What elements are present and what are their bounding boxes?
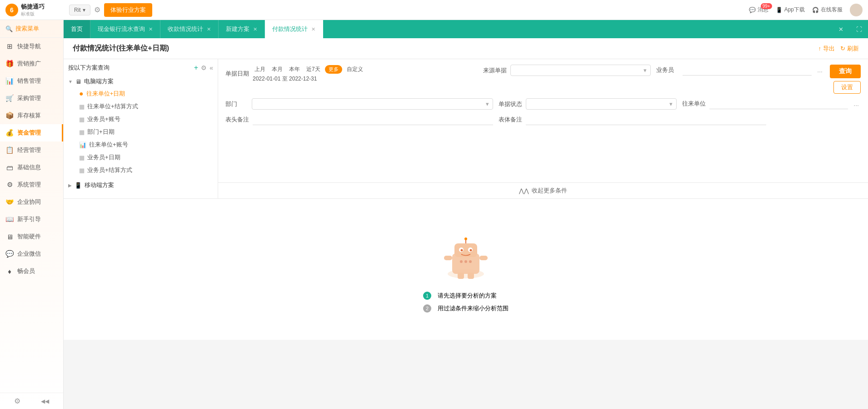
scheme-actions: + ⚙ « — [194, 64, 213, 72]
department-input[interactable]: ▾ — [252, 98, 493, 110]
tab-bank-flow-label: 现金银行流水查询 — [98, 25, 145, 33]
body-remark-input[interactable] — [526, 114, 766, 125]
empty-step-1: 1 请先选择要分析的方案 — [423, 292, 497, 300]
online-service-button[interactable]: 🎧 在线客服 — [812, 6, 843, 14]
partner-ellipsis-btn[interactable]: ... — [852, 99, 861, 108]
sidebar-search[interactable]: 🔍 搜索菜单 — [0, 20, 63, 38]
scheme-section-desktop-header[interactable]: ▼ 🖥 电脑端方案 — [68, 76, 213, 87]
tab-new-scheme-close[interactable]: ✕ — [253, 26, 257, 32]
sidebar-collapse-icon[interactable]: ◀◀ — [41, 398, 49, 404]
filter-form: 单据日期 上月 本月 本年 近7天 更多 自定义 — [218, 59, 868, 182]
this-year-btn[interactable]: 本年 — [287, 65, 302, 74]
last-month-btn[interactable]: 上月 — [253, 65, 267, 74]
messages-button[interactable]: 💬 消息 99+ — [749, 6, 768, 14]
sidebar-item-label: 快捷导航 — [17, 42, 41, 50]
scheme-settings-icon[interactable]: ⚙ — [201, 64, 207, 71]
tab-home[interactable]: 首页 — [64, 20, 90, 38]
header-remark-input[interactable] — [253, 114, 493, 125]
scheme-item-partner-date[interactable]: ● 往来单位+日期 — [75, 87, 213, 100]
tab-expand[interactable]: ⛶ — [850, 20, 868, 38]
sidebar-item-guide[interactable]: 📖 新手引导 — [0, 211, 63, 228]
tab-receive-stats[interactable]: 收款情况统计 ✕ — [160, 20, 219, 38]
trial-button[interactable]: 体验行业方案 — [104, 3, 152, 17]
sidebar-item-label: 库存核算 — [17, 111, 41, 120]
desktop-scheme-list: ● 往来单位+日期 ▦ 往来单位+结算方式 ▦ 业务员+账号 — [68, 87, 213, 177]
setting-button[interactable]: 设置 — [833, 81, 861, 94]
finance-icon: 💰 — [5, 129, 14, 137]
voucher-status-field: 单据状态 ▾ — [499, 98, 677, 110]
salesman-field: 业务员 ... — [656, 65, 824, 76]
filter-row-1: 单据日期 上月 本月 本年 近7天 更多 自定义 — [225, 65, 861, 94]
voucher-status-label: 单据状态 — [499, 100, 522, 108]
settings-icon[interactable]: ⚙ — [94, 5, 100, 14]
sidebar-item-finance[interactable]: 💰 资金管理 — [0, 124, 63, 141]
scheme-item-salesman-settle[interactable]: ▦ 业务员+结算方式 — [75, 164, 213, 177]
tab-pay-stats-close[interactable]: ✕ — [311, 26, 315, 32]
scheme-section-mobile-header[interactable]: ▶ 📱 移动端方案 — [68, 179, 213, 191]
sidebar-item-purchase[interactable]: 🛒 采购管理 — [0, 90, 63, 107]
scheme-item-dept-date[interactable]: ▦ 部门+日期 — [75, 126, 213, 138]
svg-rect-10 — [479, 256, 488, 260]
empty-step-2: 2 用过滤条件来缩小分析范围 — [423, 304, 509, 313]
scheme-item-label: 部门+日期 — [87, 128, 115, 136]
salesman-ellipsis-btn[interactable]: ... — [815, 66, 824, 75]
tab-new-scheme-label: 新建方案 — [226, 25, 249, 33]
partner-field: 往来单位 ... — [682, 98, 861, 109]
sidebar-item-wechat[interactable]: 💬 企业微信 — [0, 245, 63, 263]
company-selector[interactable]: Rit ▾ — [69, 5, 90, 15]
scheme-collapse-icon[interactable]: « — [210, 64, 213, 71]
export-button[interactable]: ↑ 导出 — [818, 45, 835, 53]
tab-close-all[interactable]: ✕ — [832, 20, 850, 38]
sidebar-item-inventory[interactable]: 📦 库存核算 — [0, 107, 63, 124]
desktop-section-label: 电脑端方案 — [84, 77, 114, 86]
online-service-label: 在线客服 — [821, 6, 843, 14]
scheme-add-icon[interactable]: + — [194, 64, 198, 72]
sidebar-item-operations[interactable]: 📋 经营管理 — [0, 141, 63, 159]
tab-bank-flow-close[interactable]: ✕ — [149, 26, 153, 32]
custom-date-btn[interactable]: 自定义 — [345, 65, 365, 74]
sidebar-item-hardware[interactable]: 🖥 智能硬件 — [0, 228, 63, 245]
scheme-item-partner-settle[interactable]: ▦ 往来单位+结算方式 — [75, 100, 213, 113]
source-voucher-input[interactable]: ▾ — [510, 65, 651, 76]
page-title: 付款情况统计(往来单位+日期) — [73, 44, 169, 53]
voucher-status-input[interactable]: ▾ — [526, 98, 677, 110]
partner-label: 往来单位 — [682, 100, 706, 108]
scheme-item-partner-account[interactable]: 📊 往来单位+账号 — [75, 138, 213, 151]
sidebar-item-quick-nav[interactable]: ⊞ 快捷导航 — [0, 38, 63, 55]
tab-receive-stats-close[interactable]: ✕ — [207, 26, 211, 32]
sidebar-item-member[interactable]: ♦ 畅会员 — [0, 263, 63, 280]
tab-pay-stats[interactable]: 付款情况统计 ✕ — [265, 20, 323, 38]
query-button[interactable]: 查询 — [830, 65, 861, 78]
app-download-button[interactable]: 📱 App下载 — [776, 6, 805, 14]
sidebar-item-sales[interactable]: 📊 销售管理 — [0, 72, 63, 90]
scheme-item-active-icon: ● — [79, 90, 84, 98]
sidebar-item-collab[interactable]: 🤝 企业协同 — [0, 193, 63, 211]
svg-point-12 — [464, 260, 467, 263]
tab-new-scheme[interactable]: 新建方案 ✕ — [219, 20, 265, 38]
message-icon: 💬 — [749, 7, 756, 13]
sidebar-item-basic[interactable]: 🗃 基础信息 — [0, 159, 63, 176]
more-dates-btn[interactable]: 更多 — [325, 65, 342, 74]
collab-icon: 🤝 — [5, 198, 14, 206]
scheme-section-mobile: ▶ 📱 移动端方案 — [68, 179, 213, 191]
sidebar-item-marketing[interactable]: 🎁 营销推广 — [0, 55, 63, 72]
mobile-section-icon: 📱 — [75, 182, 82, 189]
scheme-item-salesman-account[interactable]: ▦ 业务员+账号 — [75, 113, 213, 126]
user-avatar[interactable] — [850, 4, 863, 16]
partner-input[interactable] — [709, 98, 848, 109]
scheme-item-salesman-date[interactable]: ▦ 业务员+日期 — [75, 151, 213, 164]
export-label: 导出 — [823, 45, 835, 53]
this-month-btn[interactable]: 本月 — [270, 65, 284, 74]
messages-badge: 99+ — [761, 3, 772, 9]
last-7-days-btn[interactable]: 近7天 — [304, 65, 322, 74]
tab-bank-flow[interactable]: 现金银行流水查询 ✕ — [90, 20, 160, 38]
filter-right: 单据日期 上月 本月 本年 近7天 更多 自定义 — [218, 59, 868, 198]
salesman-input[interactable] — [683, 65, 812, 76]
collapse-conditions-button[interactable]: ⋀⋀ 收起更多条件 — [218, 182, 868, 198]
sidebar-settings-icon[interactable]: ⚙ — [14, 397, 20, 405]
refresh-button[interactable]: ↻ 刷新 — [840, 45, 859, 53]
date-shortcuts: 上月 本月 本年 近7天 更多 自定义 — [253, 65, 478, 74]
refresh-label: 刷新 — [847, 45, 859, 53]
sidebar-item-system[interactable]: ⚙ 系统管理 — [0, 176, 63, 193]
collapse-label: 收起更多条件 — [532, 187, 567, 195]
